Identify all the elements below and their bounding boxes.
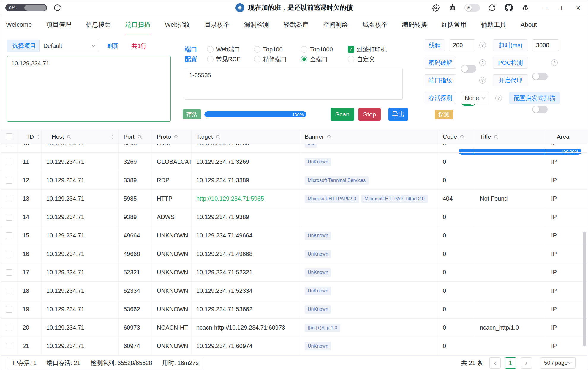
- cell-code: 0: [438, 282, 475, 300]
- radio-option-2-1[interactable]: 精简端口: [254, 55, 301, 63]
- nav-tab-10[interactable]: 编码转换: [402, 15, 428, 34]
- help-icon[interactable]: [479, 77, 486, 84]
- sun-icon: [465, 4, 472, 11]
- port-range-input[interactable]: 1-65535: [185, 68, 403, 100]
- timeout-input[interactable]: [532, 39, 559, 51]
- search-icon[interactable]: [494, 134, 499, 139]
- current-page[interactable]: 1: [505, 357, 516, 369]
- theme-toggle[interactable]: [464, 4, 480, 12]
- thread-input[interactable]: [449, 39, 475, 51]
- page-size-value: 50 / page: [544, 360, 568, 366]
- row-checkbox[interactable]: [6, 288, 12, 294]
- checkbox-option-1-3[interactable]: 过滤打印机: [348, 45, 387, 53]
- refresh-button[interactable]: 刷新: [107, 40, 119, 52]
- cell-banner: Microsoft-HTTPAPI/2.0Microsoft HTTPAPI h…: [300, 190, 438, 208]
- reload-icon[interactable]: [53, 3, 62, 12]
- cell-select: [0, 190, 18, 208]
- nav-tab-8[interactable]: 空间测绘: [323, 15, 349, 34]
- nav-tab-3[interactable]: 端口扫描: [125, 15, 151, 34]
- nav-tab-2[interactable]: 信息搜集: [85, 15, 111, 34]
- table-row: 1010.129.234.713268LDAP10.129.234.71:326…: [0, 144, 588, 153]
- option-label: Top1000: [310, 46, 333, 53]
- page-size-select[interactable]: 50 / page: [540, 357, 576, 369]
- nav-tab-5[interactable]: 目录枚举: [204, 15, 230, 34]
- close-button[interactable]: [574, 3, 583, 12]
- github-icon[interactable]: [504, 3, 513, 12]
- row-checkbox[interactable]: [6, 343, 12, 349]
- select-all-checkbox[interactable]: [6, 133, 12, 140]
- radio-option-1-1[interactable]: Top100: [254, 46, 301, 53]
- radio-option-1-2[interactable]: Top1000: [301, 46, 348, 53]
- bug-icon[interactable]: [521, 3, 530, 12]
- sync-icon[interactable]: [488, 3, 497, 12]
- help-icon[interactable]: [479, 59, 486, 66]
- cell-title: [475, 171, 546, 189]
- row-checkbox[interactable]: [6, 214, 12, 221]
- select-project-button[interactable]: 选择项目: [7, 40, 41, 52]
- alive-probe-select[interactable]: None: [461, 92, 489, 104]
- nav-tab-9[interactable]: 域名枚举: [362, 15, 388, 34]
- search-icon[interactable]: [67, 134, 72, 139]
- prev-page-button[interactable]: [489, 357, 501, 369]
- export-button[interactable]: 导出: [388, 108, 408, 121]
- help-icon[interactable]: [495, 95, 502, 101]
- sort-icon[interactable]: [110, 134, 114, 140]
- cell-port: 49664: [119, 226, 152, 245]
- search-icon[interactable]: [327, 134, 332, 139]
- nav-tab-12[interactable]: 辅助工具: [480, 15, 507, 34]
- row-checkbox[interactable]: [6, 144, 12, 147]
- radio-option-2-3[interactable]: 自定义: [348, 55, 375, 63]
- cell-id: 14: [18, 208, 42, 226]
- search-icon[interactable]: [174, 134, 179, 139]
- cell-id: 11: [18, 153, 42, 171]
- row-checkbox[interactable]: [6, 196, 12, 202]
- maximize-button[interactable]: [557, 3, 566, 12]
- radio-option-2-0[interactable]: 常见RCE: [207, 55, 254, 63]
- nav-tab-0[interactable]: Welcome: [5, 15, 32, 34]
- nav-tab-4[interactable]: Web指纹: [164, 15, 191, 34]
- row-checkbox[interactable]: [6, 306, 12, 313]
- targets-input[interactable]: 10.129.234.71: [7, 56, 171, 122]
- nav-tab-6[interactable]: 漏洞检测: [244, 15, 270, 34]
- row-checkbox[interactable]: [6, 159, 12, 165]
- project-select[interactable]: Default: [39, 40, 99, 52]
- nav-tab-1[interactable]: 项目管理: [46, 15, 72, 34]
- radio-icon: [254, 56, 260, 62]
- row-checkbox[interactable]: [6, 325, 12, 331]
- cell-code: 0: [438, 153, 475, 171]
- minimize-button[interactable]: [540, 3, 549, 12]
- robot-icon[interactable]: [448, 3, 457, 12]
- heuristic-scan-button[interactable]: 配置启发式扫描: [509, 92, 560, 104]
- cell-code: 0: [438, 171, 475, 189]
- sort-icon[interactable]: [37, 134, 40, 140]
- search-icon[interactable]: [460, 134, 465, 139]
- stop-button[interactable]: Stop: [358, 108, 381, 121]
- radio-option-1-0[interactable]: Web端口: [207, 45, 254, 53]
- row-checkbox[interactable]: [6, 269, 12, 276]
- option-label: 过滤打印机: [357, 45, 387, 53]
- nav-tab-11[interactable]: 红队常用: [441, 15, 467, 34]
- nav-tab-7[interactable]: 轻武器库: [283, 15, 309, 34]
- next-page-button[interactable]: [521, 357, 532, 369]
- nav-tab-13[interactable]: About: [520, 15, 538, 34]
- password-crack-toggle[interactable]: [461, 65, 476, 73]
- help-icon[interactable]: [551, 59, 558, 66]
- proxy-toggle[interactable]: [532, 106, 548, 113]
- row-checkbox[interactable]: [6, 177, 12, 184]
- settings-gear-icon[interactable]: [431, 3, 440, 12]
- radio-option-2-2[interactable]: 全端口: [301, 55, 348, 63]
- column-label: Host: [52, 133, 64, 140]
- scan-button[interactable]: Scan: [331, 108, 354, 121]
- row-checkbox[interactable]: [6, 232, 12, 239]
- search-icon[interactable]: [216, 134, 221, 139]
- cell-host: 10.129.234.71: [42, 263, 119, 281]
- target-link[interactable]: http://10.129.234.71:5985: [196, 195, 264, 202]
- column-header-id: ID: [18, 130, 42, 144]
- table-scrollbar[interactable]: [583, 232, 586, 346]
- help-icon[interactable]: [479, 42, 486, 48]
- row-checkbox[interactable]: [6, 251, 12, 257]
- search-icon[interactable]: [137, 134, 142, 139]
- poc-detect-toggle[interactable]: [532, 73, 548, 80]
- cell-title: [475, 337, 546, 355]
- table-row: 1910.129.234.7153662UNKNOWN10.129.234.71…: [0, 300, 588, 319]
